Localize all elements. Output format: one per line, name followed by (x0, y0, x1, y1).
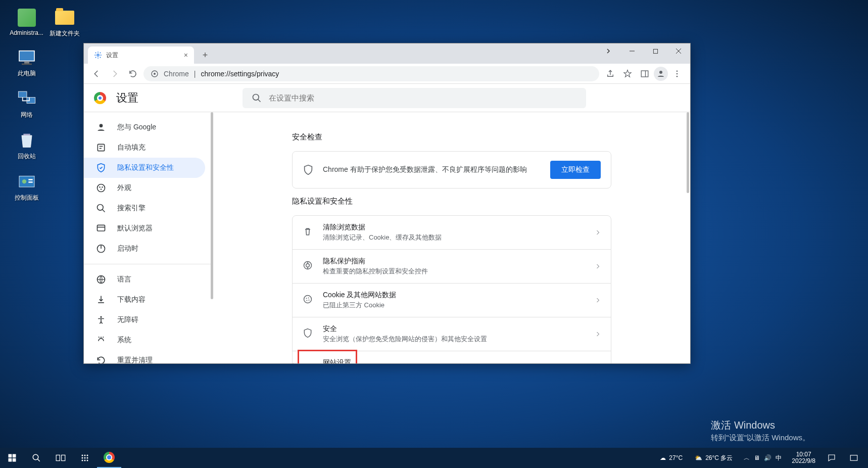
privacy-item-0[interactable]: 清除浏览数据清除浏览记录、Cookie、缓存及其他数据 (293, 216, 611, 249)
reload-button[interactable] (125, 66, 140, 81)
desktop-icons-column-2: 新建文件夹 (45, 8, 83, 49)
svg-point-74 (84, 460, 86, 461)
svg-rect-8 (28, 179, 32, 180)
sidebar-item-a11y[interactable]: 无障碍 (84, 310, 205, 330)
list-item-title: 隐私保护指南 (323, 257, 585, 266)
desktop-icon-this-pc[interactable]: 此电脑 (8, 48, 45, 78)
cookie-icon (303, 294, 313, 306)
taskbar-weather-left[interactable]: ☁27°C (654, 454, 689, 461)
privacy-item-4[interactable]: 网站设置控制网站可以使用和显示什么信息（如位置信息、摄像头、弹出式窗口及其他） (293, 351, 611, 363)
taskbar-search-button[interactable] (24, 448, 49, 468)
svg-point-49 (308, 298, 309, 299)
desktop-icon-recycle-bin[interactable]: 回收站 (8, 130, 45, 161)
sidebar-item-label: 无障碍 (117, 315, 138, 324)
settings-search-input[interactable] (269, 93, 577, 102)
svg-point-10 (97, 54, 99, 56)
svg-point-7 (22, 179, 26, 183)
svg-point-48 (306, 298, 307, 299)
sidebar-item-downloads[interactable]: 下载内容 (84, 290, 205, 310)
omnibox-sep: | (194, 70, 196, 78)
svg-point-29 (98, 184, 105, 192)
svg-rect-35 (98, 225, 105, 231)
omnibox[interactable]: Chrome | chrome://settings/privacy (143, 66, 599, 81)
svg-rect-62 (13, 458, 16, 462)
share-icon[interactable] (602, 66, 618, 82)
trash-icon (303, 226, 313, 239)
taskbar-action-center-button[interactable] (843, 448, 865, 468)
browser-tab-settings[interactable]: 设置 × (88, 46, 194, 64)
list-item-subtitle: 检查重要的隐私控制设置和安全控件 (323, 267, 585, 276)
svg-point-72 (87, 457, 88, 459)
svg-point-63 (33, 454, 38, 460)
safety-check-button[interactable]: 立即检查 (550, 161, 601, 179)
svg-rect-61 (9, 458, 12, 462)
tray-volume-icon[interactable]: 🔊 (764, 454, 771, 461)
sidebar-item-lang[interactable]: 语言 (84, 269, 205, 290)
sidebar-item-appearance[interactable]: 外观 (84, 178, 205, 198)
svg-point-47 (304, 296, 312, 303)
window-minimize-button[interactable] (620, 43, 644, 59)
chevron-right-icon (595, 263, 601, 269)
sidebar-item-you[interactable]: 您与 Google (84, 117, 205, 137)
svg-point-70 (82, 457, 83, 459)
tray-chevron-up-icon[interactable]: ︿ (744, 454, 750, 462)
svg-rect-9 (28, 181, 32, 183)
new-tab-button[interactable]: + (198, 48, 212, 62)
sidebar-item-label: 语言 (117, 275, 131, 284)
svg-rect-17 (641, 71, 648, 77)
start-button[interactable] (0, 448, 24, 468)
taskbar-apps-button[interactable] (73, 448, 97, 468)
task-view-button[interactable] (49, 448, 73, 468)
svg-rect-76 (850, 455, 857, 461)
sidebar-item-privacy[interactable]: 隐私设置和安全性 (84, 158, 205, 178)
taskbar-clock[interactable]: 10:07 2022/9/8 (787, 451, 821, 464)
side-panel-icon[interactable] (637, 66, 653, 82)
taskbar: ☁27°C ⛅26°C 多云 ︿ 🖥 🔊 中 10:07 2022/9/8 (0, 448, 868, 468)
svg-rect-12 (653, 49, 657, 53)
taskbar-notifications-button[interactable] (821, 448, 843, 468)
sidebar-item-startup[interactable]: 启动时 (84, 239, 205, 259)
shield-icon (303, 328, 313, 340)
system-tray[interactable]: ︿ 🖥 🔊 中 (739, 454, 787, 462)
desktop-icon-user[interactable]: Administra... (8, 8, 45, 36)
tray-ime-indicator[interactable]: 中 (776, 454, 782, 462)
desktop-icon-new-folder[interactable]: 新建文件夹 (45, 8, 83, 38)
sidebar-item-autofill[interactable]: 自动填充 (84, 137, 205, 158)
profile-avatar-icon[interactable] (654, 67, 668, 81)
privacy-item-1[interactable]: 隐私保护指南检查重要的隐私控制设置和安全控件 (293, 249, 611, 283)
svg-point-32 (101, 189, 102, 190)
content-scrollbar[interactable] (687, 112, 689, 363)
list-item-subtitle: 已阻止第三方 Cookie (323, 301, 585, 310)
privacy-item-3[interactable]: 安全安全浏览（保护您免受危险网站的侵害）和其他安全设置 (293, 317, 611, 351)
taskbar-weather-right[interactable]: ⛅26°C 多云 (689, 454, 739, 462)
omnibox-url: chrome://settings/privacy (201, 70, 279, 78)
sidebar-item-label: 自动填充 (117, 143, 146, 152)
desktop-icon-control-panel[interactable]: 控制面板 (8, 172, 45, 202)
back-button[interactable] (89, 66, 104, 81)
tray-network-icon[interactable]: 🖥 (754, 454, 760, 461)
svg-point-20 (677, 70, 678, 72)
sidebar-item-default[interactable]: 默认浏览器 (84, 218, 205, 239)
settings-search[interactable] (243, 88, 586, 108)
window-close-button[interactable] (667, 43, 690, 59)
window-maximize-button[interactable] (644, 43, 667, 59)
svg-point-69 (87, 455, 88, 456)
forward-button[interactable] (107, 66, 122, 81)
close-tab-icon[interactable]: × (184, 51, 188, 59)
desktop-icon-network[interactable]: 网络 (8, 89, 45, 119)
chevron-right-icon (595, 331, 601, 337)
svg-point-68 (84, 455, 86, 456)
sidebar-item-label: 启动时 (117, 244, 138, 253)
sidebar-item-reset[interactable]: 重置并清理 (84, 350, 205, 363)
sidebar-item-system[interactable]: 系统 (84, 330, 205, 350)
taskbar-chrome-button[interactable] (97, 448, 121, 468)
bookmark-star-icon[interactable] (619, 66, 636, 82)
sidebar-item-search[interactable]: 搜索引擎 (84, 198, 205, 218)
svg-point-31 (102, 186, 103, 188)
window-split-button[interactable] (597, 43, 620, 59)
menu-icon[interactable] (669, 66, 685, 82)
sidebar-item-label: 默认浏览器 (117, 224, 153, 233)
chrome-logo-icon (94, 92, 106, 104)
privacy-item-2[interactable]: Cookie 及其他网站数据已阻止第三方 Cookie (293, 283, 611, 317)
svg-point-22 (677, 75, 678, 77)
